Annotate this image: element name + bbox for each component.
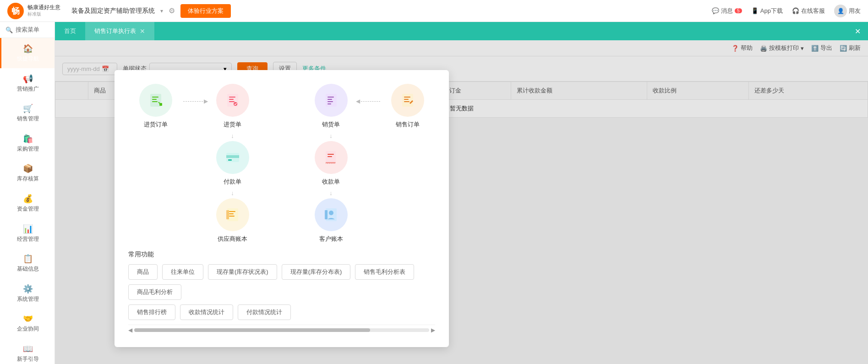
svg-rect-3 [152,101,158,102]
quick-btn-sales-rank[interactable]: 销售排行榜 [128,304,175,320]
tab-home-label: 首页 [64,27,76,35]
quick-btn-sales-gross[interactable]: 销售毛利分析表 [355,264,414,280]
marketing-icon: 📢 [23,74,33,84]
quick-btn-goods[interactable]: 商品 [128,264,158,280]
flow-row-2: 付款单 收款单 [128,141,435,186]
spacer-h [380,141,435,186]
svg-rect-17 [404,99,409,100]
sidebar-item-purchase[interactable]: 🛍️ 采购管理 [0,128,55,158]
sp1 [128,190,183,196]
flow-node-sales-bill: 销货单 [304,84,359,129]
svg-rect-31 [325,210,328,219]
scroll-thumb [134,328,370,332]
scroll-left-arrow[interactable]: ◀ [128,327,132,333]
message-item[interactable]: 💬 消息 5 [712,7,742,15]
svg-point-32 [329,211,333,215]
system-dropdown-icon[interactable]: ▾ [160,8,163,14]
sidebar-item-operation[interactable]: 📊 经营管理 [0,218,55,249]
sidebar-item-finance[interactable]: 💰 资金管理 [0,188,55,218]
svg-rect-10 [326,94,337,107]
settings-icon[interactable]: ⚙ [169,6,175,15]
sp5 [380,190,435,196]
down-arrow-2: ↓ [205,132,260,139]
sidebar-label-finance: 资金管理 [17,206,39,213]
logo-area: 畅 畅康通好生意 标准版 [7,3,62,19]
quick-btn-payment-stat[interactable]: 付款情况统计 [238,304,291,320]
sp9 [359,198,381,243]
quick-btn-stock-status[interactable]: 现存量(库存状况表) [208,264,277,280]
main-layout: 🔍 搜索菜单 🏠 快捷导航 📢 营销推广 🛒 销售管理 🛍️ 采购管理 📦 [0,22,868,364]
message-badge: 5 [735,8,742,13]
spacer-d [128,141,183,186]
payment-label: 付款单 [224,178,241,186]
customer-ledger-icon [315,198,348,231]
tab-home[interactable]: 首页 [55,22,85,40]
sidebar: 🔍 搜索菜单 🏠 快捷导航 📢 营销推广 🛒 销售管理 🛍️ 采购管理 📦 [0,22,55,364]
quick-btn-receipt-stat[interactable]: 收款情况统计 [180,304,233,320]
scroll-track[interactable] [134,328,429,332]
tab-bar-close-icon[interactable]: ✕ [855,27,861,36]
spacer-e [183,141,205,186]
svg-rect-13 [328,101,333,102]
sidebar-label-guide: 新手引导 [17,356,39,363]
svg-rect-12 [328,99,332,100]
quick-functions-title: 常用功能 [128,250,435,259]
scroll-right-arrow[interactable]: ▶ [431,327,435,333]
trial-button[interactable]: 体验行业方案 [180,4,231,18]
arrow-1: ▶ [183,101,205,112]
flow-row-3: 供应商账本 客户账本 [128,198,435,243]
tab-close-icon[interactable]: ✕ [140,27,145,35]
sp4 [359,190,381,196]
tab-sales-order[interactable]: 销售订单执行表 ✕ [85,22,154,40]
search-menu-label: 搜索菜单 [16,26,39,34]
top-bar-left: 畅 畅康通好生意 标准版 装备及固定资产辅助管理系统 ▾ ⚙ 体验行业方案 [7,3,231,19]
sidebar-item-guide[interactable]: 📖 新手引导 [0,338,55,364]
home-icon: 🏠 [23,43,33,54]
sidebar-item-sales[interactable]: 🛒 销售管理 [0,98,55,128]
sidebar-item-basic-info[interactable]: 📋 基础信息 [0,248,55,278]
sidebar-item-quick-nav[interactable]: 🏠 快捷导航 [0,38,55,68]
sidebar-item-system[interactable]: ⚙️ 系统管理 [0,278,55,309]
sidebar-label-quick-nav: 快捷导航 [17,55,39,63]
app-download-item[interactable]: 📱 App下载 [751,7,783,15]
svg-rect-11 [328,97,334,98]
svg-rect-22 [326,151,336,164]
sp2 [183,190,205,196]
content-area: 首页 销售订单执行表 ✕ ✕ ❓ 帮助 🖨️ [55,22,868,364]
svg-rect-14 [328,103,331,104]
svg-rect-2 [152,99,157,100]
search-menu-item[interactable]: 🔍 搜索菜单 [0,22,55,38]
logo-text-block: 畅康通好生意 标准版 [27,4,60,18]
user-item[interactable]: 👤 用友 [834,5,861,17]
sidebar-item-enterprise[interactable]: 🤝 企业协同 [0,308,55,338]
quick-btn-contacts[interactable]: 往来单位 [162,264,203,280]
sidebar-item-marketing[interactable]: 📢 营销推广 [0,68,55,98]
spacer-a [183,132,205,139]
sales-bill-label: 销货单 [322,120,340,129]
purchase-bill-label: 进货单 [224,120,241,129]
top-bar-right: 💬 消息 5 📱 App下载 🎧 在线客服 👤 用友 [712,5,861,17]
spacer-b [260,132,304,139]
svg-rect-15 [402,94,413,107]
basic-info-icon: 📋 [23,254,33,264]
sales-order-icon [391,84,424,117]
sp8 [260,198,304,243]
enterprise-icon: 🤝 [23,314,33,324]
message-label: 消息 [721,7,733,15]
finance-icon: 💰 [23,194,33,204]
spacer-f [260,141,304,186]
supplier-ledger-label: 供应商账本 [218,235,247,243]
quick-btn-stock-dist[interactable]: 现存量(库存分布表) [282,264,351,280]
svg-rect-27 [229,211,235,212]
logo-sub: 标准版 [27,11,60,17]
online-label: 在线客服 [801,7,825,15]
svg-rect-4 [159,103,162,106]
online-service-item[interactable]: 🎧 在线客服 [792,7,825,15]
app-container: 畅 畅康通好生意 标准版 装备及固定资产辅助管理系统 ▾ ⚙ 体验行业方案 💬 … [0,0,868,364]
sidebar-label-basic-info: 基础信息 [17,266,39,273]
sidebar-item-inventory[interactable]: 📦 库存核算 [0,158,55,188]
quick-functions: 常用功能 商品 往来单位 现存量(库存状况表) 现存量(库存分布表) 销售毛利分… [128,250,435,320]
quick-btn-goods-gross[interactable]: 商品毛利分析 [128,284,181,300]
purchase-bill-icon [216,84,249,117]
sp7 [183,198,205,243]
